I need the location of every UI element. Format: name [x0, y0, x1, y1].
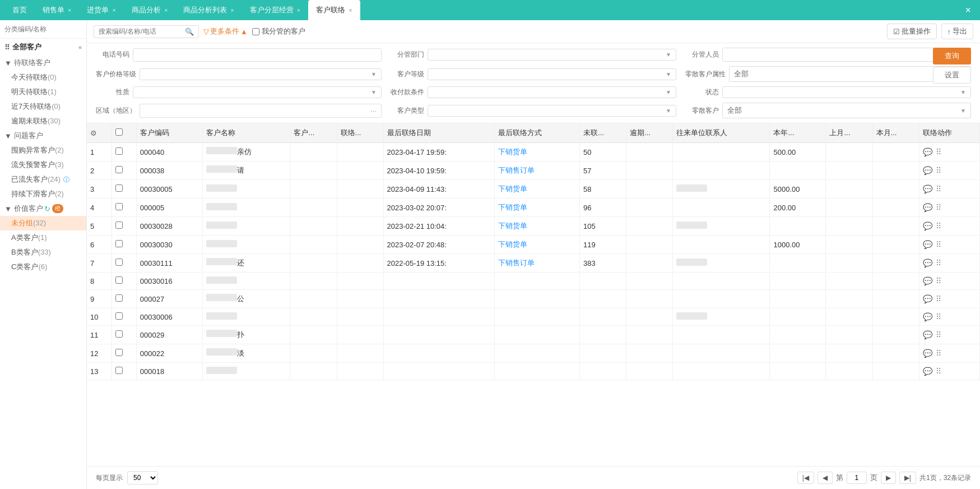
more-conditions-btn[interactable]: ▽ 更多条件 ▲: [203, 26, 248, 36]
chat-icon[interactable]: 💬: [923, 276, 932, 285]
apps-icon[interactable]: ⠿: [936, 166, 941, 175]
sidebar-item-today[interactable]: 今天待联络(0): [0, 70, 86, 85]
chat-icon[interactable]: 💬: [923, 312, 932, 321]
reset-btn[interactable]: 设置: [933, 67, 971, 84]
td-checkbox[interactable]: [112, 180, 136, 199]
gender-select[interactable]: ▼: [133, 86, 382, 98]
all-customers-header[interactable]: ⠿ 全部客户 «: [0, 39, 86, 56]
first-page-btn[interactable]: |◀: [797, 472, 814, 484]
row-checkbox[interactable]: [115, 330, 123, 338]
method-link[interactable]: 下销货单: [498, 240, 527, 248]
chat-icon[interactable]: 💬: [923, 147, 932, 156]
row-checkbox[interactable]: [115, 240, 123, 247]
sidebar-item-declining[interactable]: 持续下滑客户(2): [0, 187, 86, 201]
col-checkbox-header[interactable]: [112, 123, 136, 143]
my-customers-check[interactable]: [252, 28, 259, 35]
tab-customer-tier-close[interactable]: ×: [297, 7, 300, 13]
phone-input[interactable]: [133, 48, 382, 62]
row-checkbox[interactable]: [115, 349, 123, 356]
row-checkbox[interactable]: [115, 203, 123, 210]
sidebar-item-churn-warning[interactable]: 流失预警客户(3): [0, 158, 86, 172]
row-checkbox[interactable]: [115, 276, 123, 284]
sidebar-item-ungroup[interactable]: 未分组(32): [0, 216, 86, 230]
method-link[interactable]: 下销售订单: [498, 166, 535, 174]
tab-sales[interactable]: 销售单 ×: [35, 0, 79, 20]
td-checkbox[interactable]: [112, 290, 136, 308]
apps-icon[interactable]: ⠿: [936, 330, 941, 339]
batch-operations-btn[interactable]: ☑ 批量操作: [887, 24, 937, 39]
sidebar-item-b-class[interactable]: B类客户(33): [0, 245, 86, 260]
tab-bar-close-icon[interactable]: ×: [960, 4, 976, 16]
tab-customer-contact[interactable]: 客户联络 ×: [308, 0, 360, 20]
td-checkbox[interactable]: [112, 308, 136, 326]
page-number-input[interactable]: [847, 472, 867, 484]
query-btn[interactable]: 查询: [933, 48, 971, 64]
apps-icon[interactable]: ⠿: [936, 276, 941, 285]
refresh-icon[interactable]: ↻: [44, 205, 50, 213]
method-link[interactable]: 下销货单: [498, 147, 527, 156]
chat-icon[interactable]: 💬: [923, 222, 932, 230]
chat-icon[interactable]: 💬: [923, 240, 932, 249]
apps-icon[interactable]: ⠿: [936, 222, 941, 230]
sidebar-item-tomorrow[interactable]: 明天待联络(1): [0, 85, 86, 99]
tab-goods-analysis[interactable]: 商品分析 ×: [124, 0, 175, 20]
customer-level-select[interactable]: ▼: [428, 68, 676, 80]
apps-icon[interactable]: ⠿: [936, 294, 941, 303]
chat-icon[interactable]: 💬: [923, 166, 932, 175]
chat-icon[interactable]: 💬: [923, 367, 932, 376]
prev-page-btn[interactable]: ◀: [818, 472, 833, 484]
row-checkbox[interactable]: [115, 367, 123, 374]
tab-sales-close[interactable]: ×: [68, 7, 71, 13]
status-select[interactable]: ▼: [722, 86, 971, 98]
method-link[interactable]: 下销货单: [498, 203, 527, 211]
chat-icon[interactable]: 💬: [923, 294, 932, 303]
last-page-btn[interactable]: ▶|: [899, 472, 916, 484]
next-page-btn[interactable]: ▶: [881, 472, 896, 484]
row-checkbox[interactable]: [115, 166, 123, 173]
apps-icon[interactable]: ⠿: [936, 349, 941, 358]
group-problem-customers[interactable]: ▼ 问题客户: [0, 128, 86, 143]
settings-icon[interactable]: ⚙: [90, 129, 97, 137]
td-checkbox[interactable]: [112, 363, 136, 380]
select-all-checkbox[interactable]: [115, 128, 123, 136]
apps-icon[interactable]: ⠿: [936, 184, 941, 193]
apps-icon[interactable]: ⠿: [936, 367, 941, 376]
page-size-select[interactable]: 50 100 200: [127, 471, 158, 485]
customer-type-select[interactable]: ▼: [428, 105, 676, 117]
td-checkbox[interactable]: [112, 217, 136, 236]
td-checkbox[interactable]: [112, 236, 136, 254]
region-select[interactable]: ···: [140, 104, 382, 118]
td-checkbox[interactable]: [112, 199, 136, 217]
td-checkbox[interactable]: [112, 344, 136, 363]
apps-icon[interactable]: ⠿: [936, 312, 941, 321]
row-checkbox[interactable]: [115, 312, 123, 320]
td-checkbox[interactable]: [112, 143, 136, 162]
payment-select[interactable]: ▼: [428, 86, 676, 98]
td-checkbox[interactable]: [112, 273, 136, 290]
chat-icon[interactable]: 💬: [923, 203, 932, 212]
method-link[interactable]: 下销货单: [498, 222, 527, 230]
dept-select[interactable]: ▼: [428, 49, 676, 61]
td-checkbox[interactable]: [112, 326, 136, 344]
tab-purchase[interactable]: 进货单 ×: [79, 0, 123, 20]
region-more-icon[interactable]: ···: [370, 107, 377, 115]
group-value-customers[interactable]: ▼ 价值客户 ↻ 橙: [0, 201, 86, 216]
tab-purchase-close[interactable]: ×: [112, 7, 115, 13]
col-settings[interactable]: ⚙: [87, 123, 112, 143]
row-checkbox[interactable]: [115, 294, 123, 302]
apps-icon[interactable]: ⠿: [936, 240, 941, 249]
row-checkbox[interactable]: [115, 222, 123, 229]
td-checkbox[interactable]: [112, 162, 136, 180]
apps-icon[interactable]: ⠿: [936, 203, 941, 212]
method-link[interactable]: 下销货单: [498, 184, 527, 193]
row-checkbox[interactable]: [115, 184, 123, 192]
tab-goods-analysis-list-close[interactable]: ×: [230, 7, 234, 13]
chat-icon[interactable]: 💬: [923, 184, 932, 193]
chat-icon[interactable]: 💬: [923, 330, 932, 339]
tab-home[interactable]: 首页: [4, 0, 35, 20]
export-btn[interactable]: ↑ 导出: [941, 24, 974, 39]
sidebar-item-a-class[interactable]: A类客户(1): [0, 230, 86, 245]
sidebar-item-overdue[interactable]: 逾期未联络(30): [0, 114, 86, 128]
sidebar-item-7days[interactable]: 近7天待联络(0): [0, 99, 86, 114]
sidebar-item-c-class[interactable]: C类客户(6): [0, 260, 86, 274]
